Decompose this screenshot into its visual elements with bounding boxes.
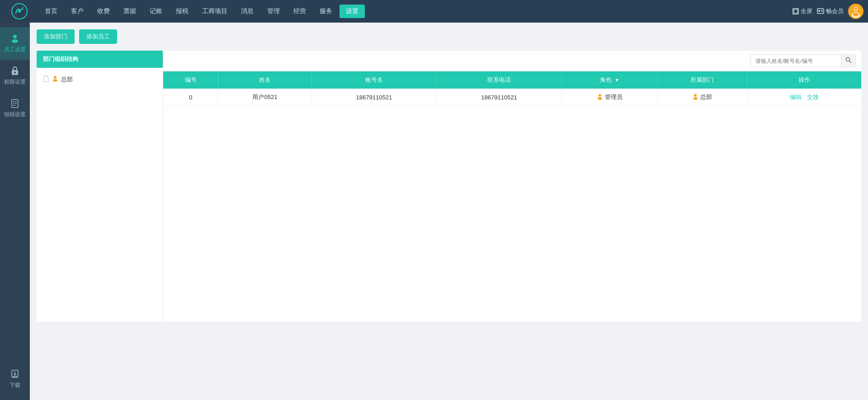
avatar[interactable] bbox=[848, 4, 863, 19]
tax-settings-icon bbox=[10, 99, 20, 108]
cell-phone: 18679110521 bbox=[437, 89, 562, 106]
tree-body: 总部 bbox=[37, 68, 163, 91]
sidebar-download-label: 下载 bbox=[9, 381, 20, 389]
add-employee-button[interactable]: 添加员工 bbox=[79, 29, 117, 44]
sidebar-item-employee[interactable]: 员工设置 bbox=[0, 27, 30, 60]
svg-line-28 bbox=[849, 61, 852, 63]
nav-service[interactable]: 服务 bbox=[313, 5, 339, 18]
svg-point-32 bbox=[693, 97, 698, 100]
top-navigation: 首页 客户 收费 票据 记账 报税 工商项目 消息 管理 经营 服务 设置 全屏 bbox=[0, 0, 868, 23]
nav-operations[interactable]: 经营 bbox=[287, 5, 312, 18]
sidebar-bottom: 下载 bbox=[0, 363, 30, 400]
sidebar-item-tax-settings[interactable]: 报税设置 bbox=[0, 92, 30, 125]
col-header-phone: 联系电话 bbox=[437, 71, 562, 89]
sidebar: 员工设置 权限设置 报税设置 bbox=[0, 23, 30, 400]
nav-business[interactable]: 工商项目 bbox=[196, 5, 234, 18]
table-header-row: 编号 姓名 账号名 联系电话 角色 ▼ 所属部门 操作 bbox=[163, 71, 861, 89]
cell-id: 0 bbox=[163, 89, 218, 106]
cell-role: 管理员 bbox=[561, 89, 657, 106]
fullscreen-label: 全屏 bbox=[801, 7, 812, 15]
svg-point-31 bbox=[694, 94, 697, 97]
sidebar-employee-label: 员工设置 bbox=[4, 46, 26, 53]
svg-point-15 bbox=[12, 39, 18, 43]
nav-items: 首页 客户 收费 票据 记账 报税 工商项目 消息 管理 经营 服务 设置 bbox=[38, 5, 793, 18]
tree-panel: 部门组织结构 bbox=[37, 51, 163, 322]
person-icon bbox=[10, 33, 20, 43]
search-input[interactable] bbox=[751, 56, 841, 66]
transfer-link[interactable]: 交接 bbox=[807, 94, 819, 100]
add-dept-button[interactable]: 添加部门 bbox=[37, 29, 75, 44]
search-button[interactable] bbox=[841, 55, 855, 67]
fullscreen-icon bbox=[793, 8, 799, 14]
svg-point-13 bbox=[856, 9, 857, 9]
tree-item-headquarters[interactable]: 总部 bbox=[37, 71, 163, 87]
content-area: 添加部门 添加员工 部门组织结构 bbox=[30, 23, 868, 400]
table-panel: 编号 姓名 账号名 联系电话 角色 ▼ 所属部门 操作 bbox=[163, 51, 861, 322]
cell-name: 用户0521 bbox=[218, 89, 311, 106]
nav-tax[interactable]: 报税 bbox=[170, 5, 195, 18]
nav-home[interactable]: 首页 bbox=[38, 5, 64, 18]
action-bar: 添加部门 添加员工 bbox=[37, 29, 861, 44]
lock-icon bbox=[10, 66, 20, 76]
member-label: 畅会员 bbox=[826, 7, 844, 15]
svg-point-5 bbox=[818, 10, 820, 12]
nav-fees[interactable]: 收费 bbox=[91, 5, 116, 18]
download-icon bbox=[10, 369, 20, 379]
member-btn[interactable]: 畅会员 bbox=[817, 7, 844, 15]
file-icon bbox=[43, 75, 49, 84]
search-icon bbox=[845, 57, 852, 63]
tree-item-label: 总部 bbox=[61, 75, 73, 84]
svg-point-11 bbox=[853, 13, 859, 16]
edit-link[interactable]: 编辑 bbox=[790, 94, 802, 100]
svg-point-30 bbox=[598, 97, 602, 100]
nav-bills[interactable]: 票据 bbox=[117, 5, 142, 18]
dept-person-icon bbox=[692, 94, 698, 101]
role-filter-icon[interactable]: ▼ bbox=[614, 77, 619, 83]
search-bar bbox=[163, 51, 861, 71]
table-row: 0 用户0521 18679110521 18679110521 bbox=[163, 89, 861, 106]
fullscreen-btn[interactable]: 全屏 bbox=[793, 7, 812, 15]
employee-table: 编号 姓名 账号名 联系电话 角色 ▼ 所属部门 操作 bbox=[163, 71, 861, 106]
svg-point-29 bbox=[599, 94, 601, 97]
main-panel: 部门组织结构 bbox=[37, 51, 861, 322]
col-header-id: 编号 bbox=[163, 71, 218, 89]
nav-right: 全屏 畅会员 bbox=[793, 4, 863, 19]
svg-point-27 bbox=[846, 58, 850, 61]
member-icon bbox=[817, 8, 824, 14]
search-box bbox=[750, 54, 856, 67]
nav-accounting[interactable]: 记账 bbox=[143, 5, 169, 18]
svg-point-12 bbox=[854, 9, 855, 9]
svg-point-25 bbox=[54, 76, 57, 79]
col-header-name: 姓名 bbox=[218, 71, 311, 89]
cell-actions: 编辑 交接 bbox=[747, 89, 861, 106]
nav-management[interactable]: 管理 bbox=[261, 5, 286, 18]
dept-value: 总部 bbox=[700, 93, 712, 101]
logo-icon bbox=[11, 3, 28, 19]
svg-point-26 bbox=[53, 79, 57, 82]
svg-point-14 bbox=[13, 35, 17, 38]
nav-settings[interactable]: 设置 bbox=[340, 5, 365, 18]
sidebar-tax-label: 报税设置 bbox=[4, 111, 26, 118]
role-person-icon bbox=[597, 94, 603, 101]
nav-customer[interactable]: 客户 bbox=[65, 5, 90, 18]
svg-point-1 bbox=[18, 10, 21, 13]
avatar-icon bbox=[849, 5, 862, 18]
cell-dept: 总部 bbox=[658, 89, 747, 106]
tree-header: 部门组织结构 bbox=[37, 51, 163, 68]
svg-rect-3 bbox=[794, 9, 797, 13]
logo-area bbox=[5, 3, 34, 19]
col-header-role[interactable]: 角色 ▼ bbox=[561, 71, 657, 89]
sidebar-permission-label: 权限设置 bbox=[4, 78, 26, 86]
tree-person-icon bbox=[52, 75, 58, 83]
svg-point-10 bbox=[854, 7, 858, 11]
sidebar-item-permission[interactable]: 权限设置 bbox=[0, 60, 30, 92]
col-header-dept: 所属部门 bbox=[658, 71, 747, 89]
col-header-actions: 操作 bbox=[747, 71, 861, 89]
role-value: 管理员 bbox=[605, 93, 623, 101]
cell-account: 18679110521 bbox=[311, 89, 437, 106]
col-header-account: 账号名 bbox=[311, 71, 437, 89]
nav-message[interactable]: 消息 bbox=[235, 5, 260, 18]
main-layout: 员工设置 权限设置 报税设置 bbox=[0, 23, 868, 400]
svg-point-17 bbox=[14, 72, 16, 74]
sidebar-download[interactable]: 下载 bbox=[0, 363, 30, 395]
